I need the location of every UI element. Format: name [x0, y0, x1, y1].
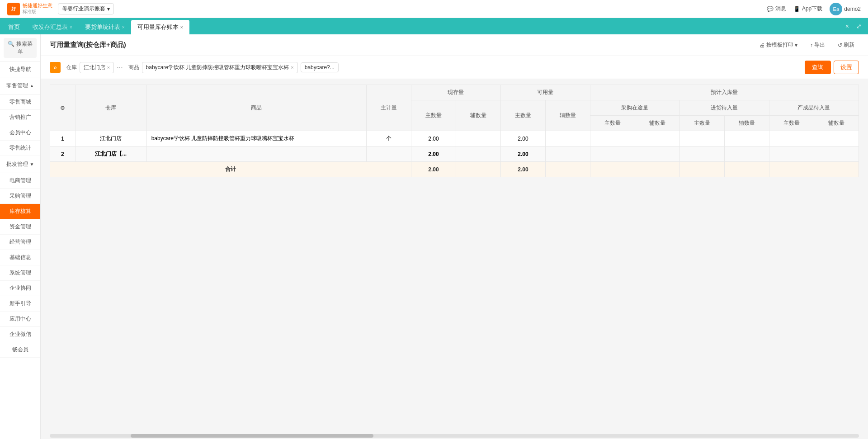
- group-row-product: [146, 146, 366, 162]
- group-row-finished-aux: [814, 146, 859, 162]
- logo-sub: 标准版: [23, 9, 52, 15]
- sidebar-item-purchase-mgmt-label: 采购管理: [9, 193, 31, 199]
- warehouse-filter-close[interactable]: ×: [107, 65, 110, 70]
- sidebar-item-sys-mgmt[interactable]: 系统管理: [0, 265, 40, 281]
- template-print-label: 按模板打印: [766, 41, 793, 49]
- tab-available-stock-close[interactable]: ×: [180, 25, 183, 30]
- th-warehouse: 仓库: [75, 85, 146, 131]
- th-available-main: 主数量: [500, 100, 545, 131]
- sidebar-item-wholesale-mgmt[interactable]: 批发管理 ▼: [0, 156, 40, 173]
- settings-btn[interactable]: 设置: [834, 61, 859, 74]
- tab-order-stats-close[interactable]: ×: [122, 25, 125, 30]
- sidebar-item-app-center[interactable]: 应用中心: [0, 312, 40, 327]
- sidebar-item-purchase-mgmt[interactable]: 采购管理: [0, 189, 40, 204]
- query-btn[interactable]: 查询: [805, 61, 831, 74]
- sidebar-item-finance-mgmt[interactable]: 资金管理: [0, 219, 40, 235]
- top-bar: 好 畅捷通好生意 标准版 母婴行业演示账套 ▾ 💬 消息 📱 App下载 Ea …: [0, 0, 868, 18]
- group-row-current-aux: [456, 146, 500, 162]
- total-finished-aux: [814, 162, 859, 177]
- product-filter-group: 商品 babycare学饮杯 儿童防摔防撞吸管杯重力球吸嘴杯宝宝水杯 × bab…: [128, 62, 339, 73]
- app-download-btn[interactable]: 📱 App下载: [793, 5, 822, 13]
- tab-receipt-summary[interactable]: 收发存汇总表 ×: [26, 20, 79, 34]
- sidebar-item-finance-mgmt-label: 资金管理: [9, 223, 31, 230]
- sidebar-item-quick-nav[interactable]: 快捷导航: [0, 62, 40, 77]
- horizontal-scrollbar[interactable]: [50, 434, 859, 438]
- product-filter-tag2[interactable]: babycare?...: [301, 62, 339, 72]
- total-inbound-main: [679, 162, 724, 177]
- search-menu-btn[interactable]: 🔍 搜索菜单: [4, 38, 37, 58]
- sidebar-item-enterprise-collab[interactable]: 企业协同: [0, 281, 40, 296]
- group-row-available-main: 2.00: [500, 146, 545, 162]
- scrollbar-thumb[interactable]: [131, 434, 373, 438]
- tab-receipt-summary-close[interactable]: ×: [70, 25, 72, 30]
- th-available-aux: 辅数量: [545, 100, 590, 131]
- group-row-warehouse: 江北门店【...: [75, 146, 146, 162]
- sidebar-search-area: 🔍 搜索菜单: [0, 34, 40, 62]
- tab-available-stock[interactable]: 可用量库存账本 ×: [131, 20, 189, 34]
- export-btn[interactable]: ↑ 导出: [806, 39, 830, 51]
- th-settings[interactable]: ⚙: [50, 85, 75, 131]
- sidebar-item-ecommerce-mgmt[interactable]: 电商管理: [0, 173, 40, 189]
- tab-bar: 首页 收发存汇总表 × 要货单统计表 × 可用量库存账本 × × ⤢: [0, 18, 868, 34]
- sidebar-item-retail-store[interactable]: 零售商城: [0, 94, 40, 110]
- message-icon: 💬: [767, 6, 774, 12]
- product-filter-tag1[interactable]: babycare学饮杯 儿童防摔防撞吸管杯重力球吸嘴杯宝宝水杯 ×: [142, 62, 298, 73]
- group-row-finished-main: [769, 146, 814, 162]
- group-row-inbound-main: [679, 146, 724, 162]
- total-purchase-aux: [635, 162, 679, 177]
- logo-text-area: 畅捷通好生意 标准版: [23, 3, 52, 15]
- tab-order-stats-label: 要货单统计表: [85, 23, 120, 31]
- sidebar-item-member-center-label: 会员中心: [9, 129, 31, 136]
- sidebar-item-enterprise-wechat[interactable]: 企业微信: [0, 327, 40, 342]
- th-finished-main: 主数量: [769, 116, 814, 131]
- sidebar-item-marketing[interactable]: 营销推广: [0, 110, 40, 125]
- group-row-inbound-aux: [724, 146, 769, 162]
- sidebar-item-inventory-check[interactable]: 库存核算: [0, 204, 40, 219]
- product-filter-label: 商品: [128, 64, 139, 71]
- sidebar-item-ops-mgmt-label: 经营管理: [9, 239, 31, 245]
- filter-toggle-btn[interactable]: »: [50, 62, 61, 73]
- warehouse-filter-tag[interactable]: 江北门店 ×: [80, 62, 114, 73]
- chevron-down-icon: ▾: [795, 42, 797, 48]
- table-row-group: 2 江北门店【... 2.00 2.00: [50, 146, 859, 162]
- sidebar-item-retail-mgmt[interactable]: 零售管理 ▲: [0, 77, 40, 94]
- message-btn[interactable]: 💬 消息: [767, 5, 786, 13]
- th-main-unit: 主计量: [366, 85, 411, 131]
- sidebar-item-member-center[interactable]: 会员中心: [0, 125, 40, 141]
- product-filter-value1: babycare学饮杯 儿童防摔防撞吸管杯重力球吸嘴杯宝宝水杯: [146, 64, 289, 71]
- close-all-tabs-btn[interactable]: ×: [843, 21, 852, 32]
- row-purchase-aux: [635, 131, 679, 146]
- tab-home-label: 首页: [8, 23, 20, 31]
- sidebar-item-marketing-label: 营销推广: [9, 114, 31, 120]
- th-current-stock: 现存量: [411, 85, 500, 100]
- tab-home[interactable]: 首页: [2, 20, 26, 34]
- footer-scrollbar-area: [41, 432, 868, 439]
- sidebar-item-retail-stats[interactable]: 零售统计: [0, 141, 40, 156]
- sidebar-item-app-center-label: 应用中心: [9, 316, 31, 322]
- total-available-main: 2.00: [500, 162, 545, 177]
- tab-bar-actions: × ⤢: [843, 18, 866, 34]
- user-area[interactable]: Ea demo2: [830, 3, 861, 15]
- th-inbound-pending: 进货待入量: [679, 100, 769, 116]
- maximize-btn[interactable]: ⤢: [854, 21, 864, 32]
- group-row-purchase-main: [590, 146, 635, 162]
- sidebar-item-new-guide[interactable]: 新手引导: [0, 296, 40, 312]
- template-print-btn[interactable]: 🖨 按模板打印 ▾: [755, 39, 802, 51]
- row-num: 1: [50, 131, 75, 146]
- sidebar-item-vip-member[interactable]: 畅会员: [0, 342, 40, 358]
- th-available: 可用量: [500, 85, 590, 100]
- main-layout: 🔍 搜索菜单 快捷导航 零售管理 ▲ 零售商城 营销推广 会员中心 零售统计 批…: [0, 34, 868, 439]
- industry-selector[interactable]: 母婴行业演示账套 ▾: [58, 3, 114, 14]
- warehouse-filter-more[interactable]: ···: [117, 63, 123, 71]
- th-purchase-transit: 采购在途量: [590, 100, 679, 116]
- row-available-main: 2.00: [500, 131, 545, 146]
- logo-icon: 好: [7, 3, 20, 15]
- refresh-btn[interactable]: ↺ 刷新: [833, 39, 859, 51]
- sidebar-item-ops-mgmt[interactable]: 经营管理: [0, 235, 40, 250]
- tab-available-stock-label: 可用量库存账本: [137, 23, 179, 31]
- total-label: 合计: [50, 162, 411, 177]
- product-filter-close1[interactable]: ×: [291, 65, 293, 70]
- th-planned-inbound: 预计入库量: [590, 85, 859, 100]
- sidebar-item-basic-info[interactable]: 基础信息: [0, 250, 40, 265]
- tab-order-stats[interactable]: 要货单统计表 ×: [79, 20, 131, 34]
